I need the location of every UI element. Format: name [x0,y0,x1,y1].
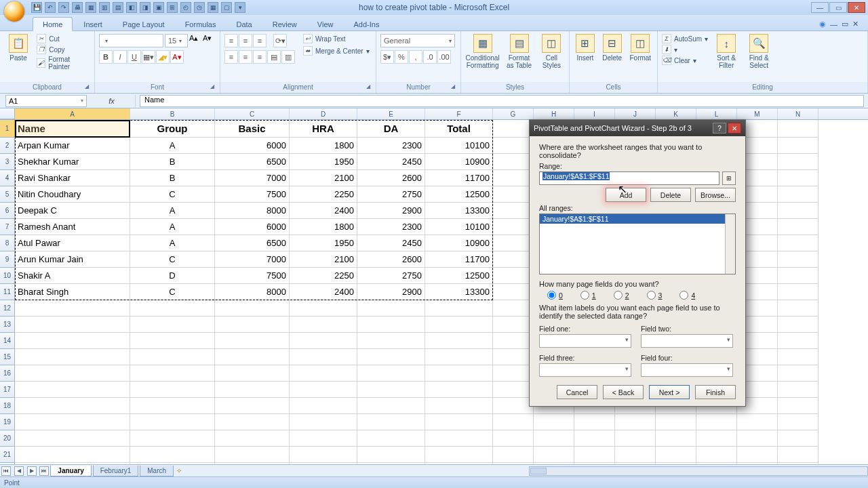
cell[interactable] [493,203,534,219]
cell[interactable]: A [130,138,215,154]
cell[interactable] [215,317,290,333]
cell[interactable]: A [130,203,215,219]
minimize-button[interactable]: — [811,2,829,13]
autosum-button[interactable]: ΣAutoSum ▾ [662,34,708,43]
cell[interactable] [493,170,534,186]
cell[interactable]: 2100 [290,251,357,268]
cell[interactable]: Total [425,120,493,138]
percent-icon[interactable]: % [395,50,408,64]
row-header[interactable]: 17 [0,382,15,398]
cell[interactable] [778,447,818,463]
cell[interactable] [493,186,534,203]
cell[interactable]: 6500 [215,235,290,251]
sheet-tab[interactable]: January [50,466,91,476]
cell[interactable]: 10900 [425,154,493,170]
cancel-button[interactable]: Cancel [557,385,597,399]
paste-button[interactable]: 📋 Paste [4,34,33,62]
tab-addins[interactable]: Add-Ins [344,18,389,30]
cell[interactable]: B [130,170,215,186]
cell[interactable] [425,333,493,349]
cell[interactable] [290,365,357,382]
indent-inc-icon[interactable]: ▥ [281,50,295,64]
row-header[interactable]: 5 [0,186,15,203]
cell[interactable] [574,447,615,463]
range-input[interactable]: January!$A$1:$F$11 [539,171,719,185]
column-header[interactable]: H [534,108,574,119]
next-button[interactable]: Next > [649,385,690,399]
cell[interactable]: 2450 [357,154,425,170]
cell[interactable] [15,349,130,365]
cell[interactable] [493,365,534,382]
qat-item-icon[interactable]: ⊞ [167,2,178,13]
cell[interactable]: Group [130,120,215,138]
cell[interactable]: 7000 [215,170,290,186]
cell[interactable]: 2600 [357,170,425,186]
cell[interactable] [290,333,357,349]
row-header[interactable]: 21 [0,447,15,463]
qat-item-icon[interactable]: ◧ [126,2,137,13]
cell[interactable] [778,300,818,317]
cell[interactable]: 2300 [357,138,425,154]
cell[interactable]: 2600 [357,251,425,268]
cell[interactable] [215,398,290,414]
find-select-button[interactable]: 🔍Find & Select [745,34,773,69]
row-header[interactable]: 1 [0,120,15,138]
cell[interactable]: 6500 [215,154,290,170]
column-header[interactable]: B [130,108,215,119]
cell[interactable] [778,235,818,251]
horizontal-scrollbar[interactable] [529,466,868,476]
cell[interactable] [130,382,215,398]
tab-review[interactable]: Review [263,18,307,30]
cell[interactable]: 2300 [357,219,425,235]
sheet-tab[interactable]: March [140,466,174,476]
cell[interactable] [656,414,696,430]
cell[interactable] [493,430,534,447]
copy-button[interactable]: ❐Copy [37,45,90,54]
cell[interactable]: Deepak C [15,203,130,219]
range-picker-icon[interactable]: ⊞ [722,171,736,185]
cell[interactable]: 2250 [290,186,357,203]
qat-redo-icon[interactable]: ↷ [58,2,69,13]
italic-button[interactable]: I [113,50,127,64]
dialog-launcher-icon[interactable]: ◢ [451,83,459,92]
cell[interactable]: 2750 [357,186,425,203]
select-all-corner[interactable] [0,108,15,119]
align-center-icon[interactable]: ≡ [239,50,252,64]
font-size-dropdown[interactable]: 15▾ [165,34,188,47]
row-header[interactable]: 7 [0,219,15,235]
qat-item-icon[interactable]: ▤ [113,2,123,13]
insert-cells-button[interactable]: ⊞Insert [574,34,597,62]
dialog-launcher-icon[interactable]: ◢ [210,83,218,92]
cell[interactable] [493,154,534,170]
cell[interactable]: A [130,219,215,235]
row-header[interactable]: 3 [0,154,15,170]
cell[interactable] [493,138,534,154]
cell[interactable] [130,430,215,447]
tab-data[interactable]: Data [226,18,261,30]
back-button[interactable]: < Back [603,385,644,399]
cell[interactable]: 8000 [215,203,290,219]
column-header[interactable]: D [290,108,357,119]
cell[interactable] [493,284,534,300]
cell[interactable]: 13300 [425,203,493,219]
allranges-listbox[interactable]: January!$A$1:$F$11 [539,214,736,274]
cell[interactable] [493,382,534,398]
dialog-launcher-icon[interactable]: ◢ [366,83,374,92]
cell[interactable] [290,398,357,414]
cell[interactable]: 6000 [215,219,290,235]
cell[interactable] [493,235,534,251]
row-header[interactable]: 2 [0,138,15,154]
row-header[interactable]: 18 [0,398,15,414]
cell[interactable]: 1800 [290,219,357,235]
align-right-icon[interactable]: ≡ [253,50,267,64]
tab-home[interactable]: Home [33,17,73,31]
comma-icon[interactable]: , [409,50,422,64]
cell[interactable] [15,382,130,398]
cell[interactable] [425,317,493,333]
qat-item-icon[interactable]: ▥ [99,2,110,13]
cell[interactable] [425,447,493,463]
cell[interactable] [290,349,357,365]
column-header[interactable]: M [737,108,778,119]
border-button[interactable]: ▦▾ [142,50,155,64]
column-header[interactable]: K [656,108,696,119]
